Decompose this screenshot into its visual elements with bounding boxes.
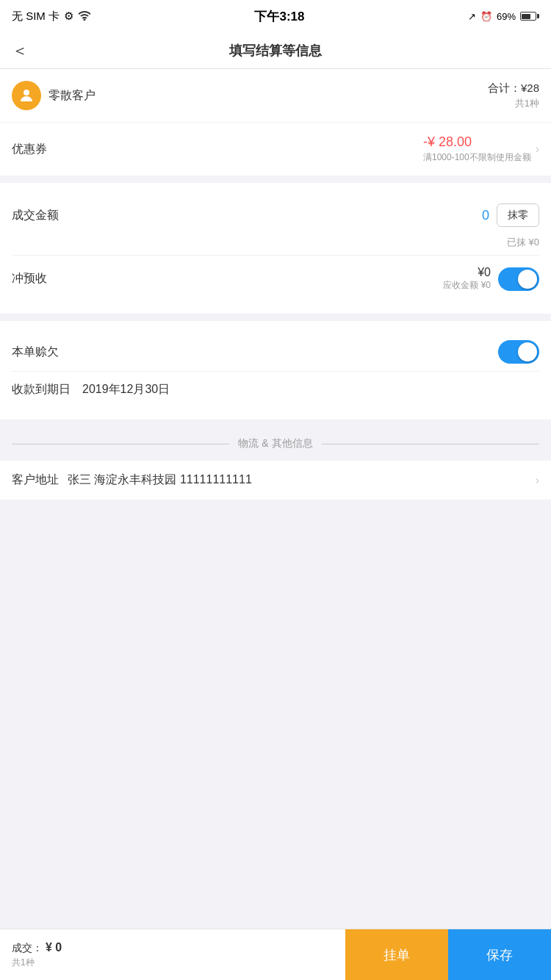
debit-toggle[interactable]	[498, 340, 539, 364]
status-left: 无 SIM 卡 ⚙	[12, 10, 91, 24]
bottom-bar: 成交： ¥ 0 共1种 挂单 保存	[0, 929, 551, 980]
divider-line-right	[322, 444, 539, 444]
address-left: 客户地址 张三 海淀永丰科技园 11111111111	[12, 472, 252, 488]
page-title: 填写结算等信息	[229, 42, 322, 60]
debit-row: 本单赊欠	[12, 333, 539, 371]
deal-amount: ¥ 0	[46, 941, 62, 954]
debit-section: 本单赊欠 收款到期日 2019年12月30日	[0, 321, 551, 419]
status-time: 下午3:18	[254, 8, 304, 25]
prereceive-value: ¥0	[443, 266, 491, 279]
transaction-label: 成交金额	[12, 208, 59, 223]
prereceive-amount: ¥0 应收金额 ¥0	[443, 266, 491, 292]
prereceive-right: ¥0 应收金额 ¥0	[443, 266, 539, 292]
status-right: ↗ ⏰ 69%	[468, 11, 539, 22]
logistics-label: 物流 & 其他信息	[238, 437, 312, 450]
alarm-icon: ⏰	[480, 11, 492, 22]
nav-bar: ＜ 填写结算等信息	[0, 32, 551, 69]
customer-section: 零散客户 合计：¥28 共1种 优惠券 -¥ 28.00 满1000-100不限…	[0, 69, 551, 176]
total-count: 共1种	[488, 97, 539, 110]
coupon-desc: 满1000-100不限制使用金额	[423, 151, 531, 164]
prereceive-label: 冲预收	[12, 271, 47, 287]
hangup-button[interactable]: 挂单	[345, 929, 448, 980]
carrier-text: 无 SIM 卡	[12, 10, 60, 24]
divider-line-left	[12, 444, 229, 444]
total-amount: 合计：¥28	[488, 82, 539, 96]
location-icon: ↗	[468, 11, 476, 22]
customer-left: 零散客户	[12, 81, 96, 110]
coupon-right: -¥ 28.00 满1000-100不限制使用金额 ›	[423, 134, 539, 164]
customer-total: 合计：¥28 共1种	[488, 82, 539, 110]
svg-point-1	[24, 90, 29, 96]
coupon-chevron-icon: ›	[536, 143, 539, 156]
round-button[interactable]: 抹零	[497, 203, 539, 227]
debit-toggle-knob	[518, 342, 537, 361]
battery-percent: 69%	[497, 11, 516, 22]
logistics-divider: 物流 & 其他信息	[0, 427, 551, 461]
transaction-sub: 已抹 ¥0	[12, 236, 539, 255]
bottom-info: 成交： ¥ 0 共1种	[0, 941, 345, 969]
debit-label: 本单赊欠	[12, 345, 59, 360]
toggle-knob	[518, 270, 537, 289]
prereceive-toggle[interactable]	[498, 267, 539, 291]
address-label: 客户地址	[12, 472, 59, 488]
address-chevron-icon: ›	[536, 474, 539, 487]
empty-space	[0, 500, 551, 646]
coupon-info: -¥ 28.00 满1000-100不限制使用金额	[423, 134, 531, 164]
battery-icon	[520, 12, 539, 21]
transaction-right: 0 抹零	[482, 203, 539, 227]
deal-count: 共1种	[12, 956, 334, 969]
wifi-icon: ⚙	[64, 10, 73, 23]
wifi-signal-icon	[78, 10, 91, 23]
status-bar: 无 SIM 卡 ⚙ 下午3:18 ↗ ⏰ 69%	[0, 0, 551, 32]
logistics-section: 物流 & 其他信息	[0, 427, 551, 461]
transaction-section: 成交金额 0 抹零 已抹 ¥0 冲预收 ¥0 应收金额 ¥0	[0, 183, 551, 314]
deal-label: 成交：	[12, 942, 43, 955]
address-row[interactable]: 客户地址 张三 海淀永丰科技园 11111111111 ›	[0, 461, 551, 500]
svg-point-0	[84, 18, 86, 21]
back-button[interactable]: ＜	[12, 34, 34, 68]
due-date-value: 2019年12月30日	[82, 382, 170, 397]
due-date-label: 收款到期日	[12, 382, 71, 397]
coupon-discount: -¥ 28.00	[423, 134, 531, 150]
address-value: 张三 海淀永丰科技园 11111111111	[68, 472, 252, 488]
customer-avatar	[12, 81, 41, 110]
transaction-row: 成交金额 0 抹零	[12, 195, 539, 236]
bottom-buttons: 挂单 保存	[345, 929, 551, 980]
coupon-row[interactable]: 优惠券 -¥ 28.00 满1000-100不限制使用金额 ›	[0, 122, 551, 176]
prereceive-sub: 应收金额 ¥0	[443, 279, 491, 292]
transaction-value: 0	[482, 208, 489, 223]
save-button[interactable]: 保存	[448, 929, 551, 980]
customer-row: 零散客户 合计：¥28 共1种	[0, 69, 551, 122]
prereceive-row: 冲预收 ¥0 应收金额 ¥0	[12, 256, 539, 302]
due-date-row: 收款到期日 2019年12月30日	[12, 372, 539, 408]
coupon-label: 优惠券	[12, 142, 47, 157]
customer-name: 零散客户	[48, 88, 96, 104]
